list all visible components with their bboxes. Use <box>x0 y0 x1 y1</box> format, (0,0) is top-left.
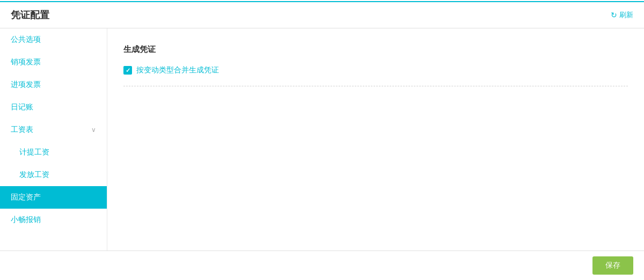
sidebar-item-label: 小畅报销 <box>11 215 41 225</box>
merge-voucher-checkbox[interactable]: ✓ <box>123 66 132 75</box>
header: 凭证配置 ↻ 刷新 <box>0 2 644 28</box>
sidebar-item-journal[interactable]: 日记账 <box>0 96 107 119</box>
sidebar-item-label: 公共选项 <box>11 35 41 45</box>
sidebar-item-pay-salary[interactable]: 发放工资 <box>0 164 107 186</box>
refresh-label: 刷新 <box>619 10 633 20</box>
sidebar-item-payroll[interactable]: 工资表∨ <box>0 119 107 141</box>
sidebar-item-label: 日记账 <box>11 102 33 112</box>
sidebar-item-public[interactable]: 公共选项 <box>0 28 107 51</box>
content-area: 生成凭证 ✓ 按变动类型合并生成凭证 <box>107 28 644 250</box>
checkbox-row: ✓ 按变动类型合并生成凭证 <box>123 65 628 75</box>
section-title: 生成凭证 <box>123 45 628 55</box>
sidebar-item-accrual-salary[interactable]: 计提工资 <box>0 141 107 164</box>
refresh-icon: ↻ <box>611 11 617 19</box>
sidebar-item-purchase-invoice[interactable]: 进项发票 <box>0 73 107 96</box>
checkmark-icon: ✓ <box>126 68 130 73</box>
sidebar-item-sales-invoice[interactable]: 销项发票 <box>0 51 107 73</box>
sidebar-item-label: 发放工资 <box>19 170 49 180</box>
sidebar-item-label: 固定资产 <box>11 193 41 202</box>
merge-voucher-label[interactable]: 按变动类型合并生成凭证 <box>136 65 219 75</box>
main-area: 公共选项销项发票进项发票日记账工资表∨计提工资发放工资固定资产小畅报销 生成凭证… <box>0 28 644 250</box>
sidebar-item-label: 进项发票 <box>11 80 41 90</box>
sidebar-item-petty-expense[interactable]: 小畅报销 <box>0 209 107 231</box>
page-title: 凭证配置 <box>11 9 49 21</box>
sidebar: 公共选项销项发票进项发票日记账工资表∨计提工资发放工资固定资产小畅报销 <box>0 28 107 250</box>
sidebar-item-label: 工资表 <box>11 125 33 135</box>
page-wrapper: 凭证配置 ↻ 刷新 公共选项销项发票进项发票日记账工资表∨计提工资发放工资固定资… <box>0 0 644 280</box>
section-divider <box>123 86 628 86</box>
sidebar-item-label: 计提工资 <box>19 148 49 157</box>
footer: 保存 <box>0 250 644 280</box>
refresh-button[interactable]: ↻ 刷新 <box>611 10 633 20</box>
save-button[interactable]: 保存 <box>592 256 633 275</box>
chevron-down-icon: ∨ <box>91 126 96 134</box>
sidebar-item-fixed-assets[interactable]: 固定资产 <box>0 186 107 209</box>
sidebar-item-label: 销项发票 <box>11 57 41 67</box>
